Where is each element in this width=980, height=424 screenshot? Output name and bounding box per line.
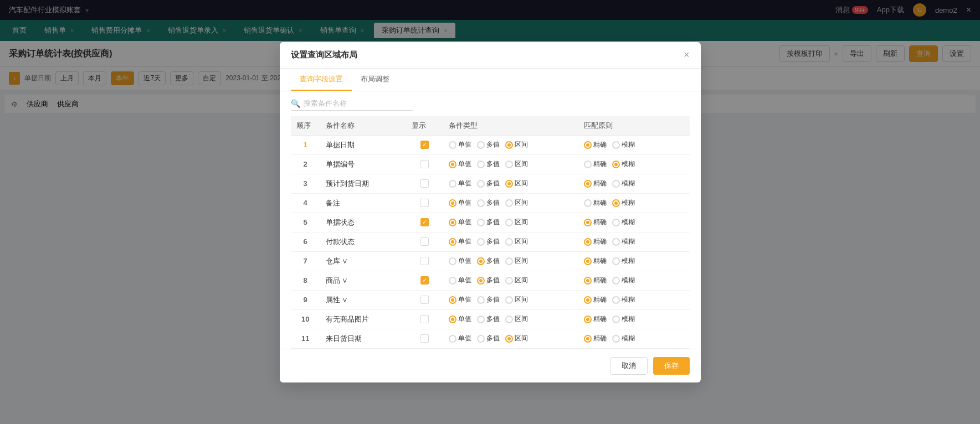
modal-title: 设置查询区域布局 — [291, 50, 357, 60]
modal-header: 设置查询区域布局 × — [280, 42, 701, 69]
settings-modal: 设置查询区域布局 × 查询字段设置 布局调整 🔍 顺序 — [280, 42, 701, 119]
search-box: 🔍 — [291, 97, 413, 111]
modal-search-area: 🔍 — [280, 91, 701, 116]
th-match: 匹配原则 — [578, 116, 689, 119]
modal-table-wrap: 顺序 条件名称 显示 条件类型 匹配原则 1单据日期单值多值区间精确模糊2单据编… — [280, 116, 701, 119]
modal-tab-layout[interactable]: 布局调整 — [352, 69, 398, 91]
th-type: 条件类型 — [443, 116, 578, 119]
modal-tab-fields[interactable]: 查询字段设置 — [291, 69, 352, 91]
modal-overlay: 设置查询区域布局 × 查询字段设置 布局调整 🔍 顺序 — [0, 0, 980, 118]
conditions-table: 顺序 条件名称 显示 条件类型 匹配原则 1单据日期单值多值区间精确模糊2单据编… — [291, 116, 690, 119]
th-order: 顺序 — [291, 116, 320, 119]
search-icon: 🔍 — [291, 99, 300, 108]
th-name: 条件名称 — [320, 116, 407, 119]
modal-close-btn[interactable]: × — [684, 50, 690, 60]
search-input[interactable] — [304, 99, 403, 107]
th-show: 显示 — [406, 116, 443, 119]
modal-tabs: 查询字段设置 布局调整 — [280, 69, 701, 91]
